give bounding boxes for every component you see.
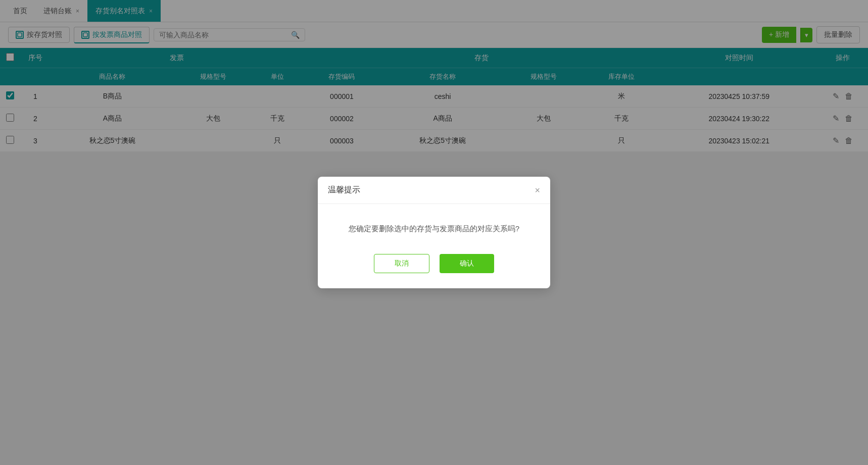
dialog-overlay: 温馨提示 × 您确定要删除选中的存货与发票商品的对应关系吗? 取消 确认 (0, 0, 868, 152)
